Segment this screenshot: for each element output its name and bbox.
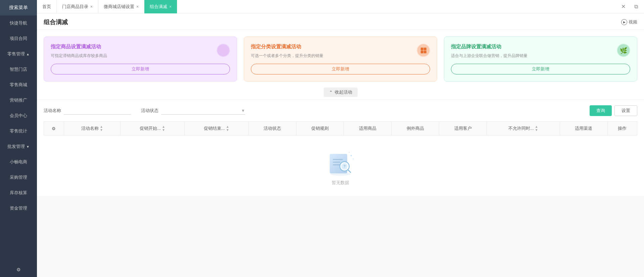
sidebar-item-quick-nav[interactable]: 快捷导航 [0,15,37,31]
close-window-btn[interactable]: ✕ [618,2,628,11]
sidebar-item-retail-mgmt[interactable]: 零售管理 [0,46,37,62]
svg-point-25 [349,152,350,153]
collapse-activities-btn[interactable]: ⌃ 收起活动 [324,88,358,97]
tab-store-catalog[interactable]: 门店商品目录 × [57,0,98,13]
th-applicable-channel-label: 适用渠道 [575,126,592,131]
sidebar-item-member-center[interactable]: 会员中心 [0,108,37,123]
query-button[interactable]: 查询 [590,105,612,116]
card-specify-brand-icon: 🌿 [617,44,630,59]
sidebar-settings-icon[interactable]: ⚙ [0,262,37,277]
filter-row: 活动名称 活动状态 ▼ 查询 设置 [37,100,644,121]
collapse-icon: ⌃ [329,90,333,95]
page-title: 组合满减 [44,18,68,26]
card-specify-category-title: 指定分类设置满减活动 [251,44,430,50]
svg-text:?: ? [343,165,346,168]
card-specify-brand: 指定品牌设置满减活动 适合与上游企业联合做营销，提升品牌销量 🌿 立即新增 [444,37,637,81]
th-activity-status: 活动状态 [248,122,296,135]
th-promo-start-label: 促销开始... [140,125,161,131]
sort-icon-promo-end: ▲▼ [226,125,229,132]
tab-combo-discount-label: 组合满减 [150,0,167,13]
empty-state: ? 暂无数据 [37,135,644,196]
svg-rect-15 [333,159,343,160]
svg-rect-16 [333,162,340,163]
data-table: ⚙ 活动名称 ▲▼ 促销开始... ▲▼ [44,121,637,135]
th-activity-name[interactable]: 活动名称 ▲▼ [64,122,120,135]
th-applicable-goods-label: 适用商品 [359,126,376,131]
collapse-btn-label: 收起活动 [335,89,352,95]
th-operation: 操作 [607,122,637,135]
sidebar-item-wholesale-mgmt[interactable]: 批发管理 [0,139,37,154]
th-promo-end-label: 促销结束... [204,125,225,131]
sidebar-item-retail-mall[interactable]: 零售商城 [0,77,37,93]
card-specify-category-desc: 可选一个或者多个分类，提升分类的销量 [251,53,430,59]
tabbar: 首页 门店商品目录 × 微商城店铺设置 × 组合满减 × ✕ ⧉ [37,0,644,13]
sidebar-item-inventory[interactable]: 库存核算 [0,185,37,201]
svg-point-24 [353,159,354,160]
card-specify-goods-icon: 🛍 [217,44,230,59]
filter-name-input[interactable] [64,107,131,115]
svg-line-22 [348,170,351,172]
card-specify-category-icon [417,44,430,59]
sort-icon-promo-start: ▲▼ [162,125,165,132]
th-promo-start[interactable]: 促销开始... ▲▼ [121,122,185,135]
video-link[interactable]: ▶ 视频 [621,19,637,25]
minimize-btn[interactable]: ⧉ [631,2,641,11]
svg-rect-7 [421,51,423,53]
filter-actions: 查询 设置 [590,105,637,116]
th-promo-rule: 促销规则 [296,122,344,135]
card-specify-category: 指定分类设置满减活动 可选一个或者多个分类，提升分类的销量 立即新增 [244,37,437,81]
page-header: 组合满减 ▶ 视频 [37,13,644,30]
svg-point-1 [217,44,229,56]
th-no-concurrent[interactable]: 不允许同时... ▲▼ [487,122,560,135]
sidebar-search[interactable]: 搜索菜单 [0,0,37,15]
svg-text:🌿: 🌿 [620,47,628,54]
card-specify-goods-desc: 可指定滞销商品或库存较多商品 [51,53,230,59]
card-specify-brand-btn[interactable]: 立即新增 [451,64,630,74]
cards-section: 指定商品设置满减活动 可指定滞销商品或库存较多商品 🛍 立即新增 指定分类设置满… [37,30,644,85]
sidebar-item-purchase-mgmt[interactable]: 采购管理 [0,170,37,185]
card-specify-goods-btn[interactable]: 立即新增 [51,64,230,74]
sidebar-item-smart-store[interactable]: 智慧门店 [0,62,37,77]
tab-combo-discount-close[interactable]: × [169,0,172,13]
card-specify-goods: 指定商品设置满减活动 可指定滞销商品或库存较多商品 🛍 立即新增 [44,37,237,81]
content-area: 组合满减 ▶ 视频 指定商品设置满减活动 可指定滞销商品或库存较多商品 🛍 立即… [37,13,644,277]
main-area: 首页 门店商品目录 × 微商城店铺设置 × 组合满减 × ✕ ⧉ 组合满减 ▶ … [37,0,644,277]
th-activity-status-label: 活动状态 [264,126,281,131]
tab-wechat-store-label: 微商城店铺设置 [104,0,134,13]
card-specify-goods-title: 指定商品设置满减活动 [51,44,230,50]
svg-rect-8 [424,51,426,53]
filter-status-select[interactable]: ▼ [161,107,245,115]
filter-name-label: 活动名称 [44,108,61,114]
card-specify-brand-desc: 适合与上游企业联合做营销，提升品牌销量 [451,53,630,59]
sidebar-item-project-contract[interactable]: 项目合同 [0,31,37,46]
collapse-bar: ⌃ 收起活动 [37,85,644,100]
filter-status-arrow-icon: ▼ [241,108,245,113]
th-promo-end[interactable]: 促销结束... ▲▼ [184,122,248,135]
svg-point-23 [351,155,352,156]
tab-store-catalog-label: 门店商品目录 [62,0,88,13]
svg-point-4 [417,44,429,56]
tab-wechat-store[interactable]: 微商城店铺设置 × [98,0,144,13]
filter-status-label: 活动状态 [141,108,158,114]
svg-rect-6 [424,48,426,50]
tabbar-actions: ✕ ⧉ [618,2,644,11]
sidebar-item-marketing[interactable]: 营销推广 [0,93,37,108]
th-gear[interactable]: ⚙ [44,122,64,135]
th-activity-name-label: 活动名称 [81,125,99,131]
th-exception-goods-label: 例外商品 [407,126,424,131]
sort-icon-no-concurrent: ▲▼ [535,125,538,132]
tab-store-catalog-close[interactable]: × [90,0,93,13]
tab-home[interactable]: 首页 [37,0,57,13]
th-applicable-channel: 适用渠道 [560,122,607,135]
play-icon: ▶ [621,19,627,25]
sidebar-item-xiaochang[interactable]: 小畅电商 [0,154,37,170]
sidebar-item-retail-stats[interactable]: 零售统计 [0,123,37,139]
card-specify-category-btn[interactable]: 立即新增 [251,64,430,74]
sidebar-item-fund-mgmt[interactable]: 资金管理 [0,201,37,216]
table-header: ⚙ 活动名称 ▲▼ 促销开始... ▲▼ [44,122,637,135]
tab-wechat-store-close[interactable]: × [136,0,139,13]
settings-button[interactable]: 设置 [614,105,637,116]
svg-rect-5 [421,48,423,50]
tab-combo-discount[interactable]: 组合满减 × [144,0,177,13]
filter-status-field: 活动状态 ▼ [141,107,245,115]
